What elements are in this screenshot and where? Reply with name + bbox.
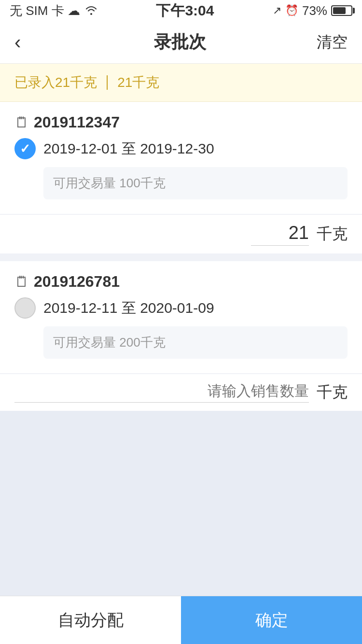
separator-1	[0, 253, 362, 261]
back-button[interactable]: ‹	[14, 31, 43, 53]
recorded-value: 21千克	[117, 73, 159, 92]
batch2-radio[interactable]: ✓	[14, 297, 36, 319]
status-left: 无 SIM 卡 ☁	[10, 2, 97, 19]
batch2-icon: 🗒	[14, 274, 29, 290]
status-time: 下午3:04	[156, 1, 214, 21]
empty-area	[0, 411, 362, 604]
clear-button[interactable]: 清空	[317, 32, 348, 53]
checkmark-icon: ✓	[20, 141, 30, 156]
batch2-id: 2019126781	[34, 273, 120, 291]
status-right: ↗ ⏰ 73%	[273, 3, 352, 18]
bottom-bar: 自动分配 确定	[0, 596, 362, 644]
batch1-row[interactable]: ✓ 2019-12-01 至 2019-12-30	[14, 138, 348, 159]
battery-percent: 73%	[302, 3, 327, 18]
batch2-input-underline[interactable]	[14, 383, 309, 403]
batch1-qty-value: 21	[289, 223, 309, 243]
status-bar: 无 SIM 卡 ☁ 下午3:04 ↗ ⏰ 73%	[0, 0, 362, 21]
batch2-qty-input[interactable]	[14, 383, 309, 399]
batch2-input-row[interactable]: 千克	[0, 374, 362, 411]
recorded-label: 已录入21千克	[14, 73, 97, 92]
info-banner: 已录入21千克 21千克	[0, 64, 362, 102]
batch2-qty-unit: 千克	[317, 382, 348, 403]
batch1-qty-unit: 千克	[317, 224, 348, 245]
batch1-icon: 🗒	[14, 114, 29, 131]
batch-item-2: 🗒 2019126781 ✓ 2019-12-11 至 2020-01-09 可…	[0, 261, 362, 373]
batch1-date: 2019-12-01 至 2019-12-30	[43, 139, 214, 159]
alarm-icon: ⏰	[285, 4, 298, 17]
content-area: 🗒 2019112347 ✓ 2019-12-01 至 2019-12-30 可…	[0, 102, 362, 644]
batch2-header: 🗒 2019126781	[14, 273, 348, 291]
banner-divider	[107, 75, 108, 90]
battery-icon	[331, 5, 352, 16]
page-title: 录批次	[154, 30, 206, 54]
batch1-available: 可用交易量 100千克	[43, 167, 348, 199]
wifi-icon	[85, 3, 97, 18]
batch1-id: 2019112347	[34, 113, 120, 131]
batch1-quantity-row: 21 千克	[0, 215, 362, 253]
batch1-qty-underline: 21	[251, 223, 309, 246]
batch2-date: 2019-12-11 至 2020-01-09	[43, 298, 214, 318]
nav-bar: ‹ 录批次 清空	[0, 21, 362, 64]
location-icon: ↗	[273, 4, 281, 17]
batch-item-1: 🗒 2019112347 ✓ 2019-12-01 至 2019-12-30 可…	[0, 102, 362, 214]
batch2-row[interactable]: ✓ 2019-12-11 至 2020-01-09	[14, 297, 348, 319]
sim-label: 无 SIM 卡 ☁	[10, 2, 80, 19]
batch1-header: 🗒 2019112347	[14, 113, 348, 131]
auto-distribute-button[interactable]: 自动分配	[0, 596, 181, 644]
batch2-available: 可用交易量 200千克	[43, 326, 348, 359]
confirm-button[interactable]: 确定	[181, 596, 362, 644]
batch1-radio[interactable]: ✓	[14, 138, 36, 159]
